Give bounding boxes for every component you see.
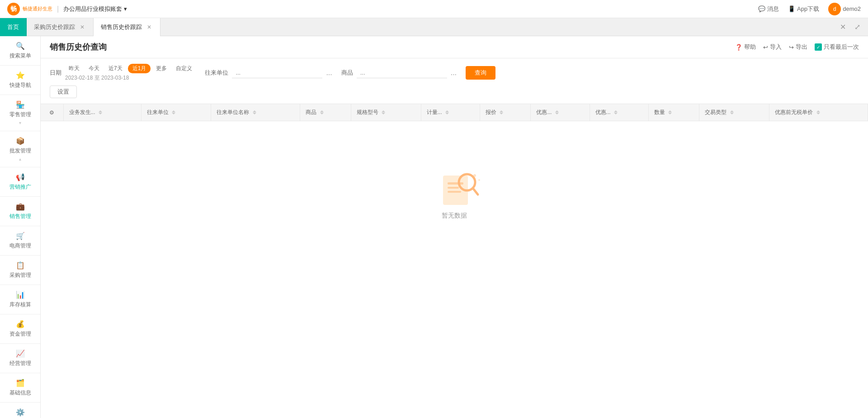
app-download-button[interactable]: 📱 App下载 [788, 5, 819, 13]
workspace-selector[interactable]: 办公用品行业模拟账套 ▾ [63, 5, 127, 13]
svg-rect-1 [448, 182, 463, 185]
sidebar-item-retail[interactable]: 🏪 零售管理 ▾ [0, 95, 40, 131]
table-col-pretax-price[interactable]: 优惠前无税单价 [769, 104, 868, 121]
date-option-1month[interactable]: 近1月 [128, 64, 151, 73]
tab-sales-history[interactable]: 销售历史价跟踪 ✕ [94, 18, 160, 36]
table-col-spec[interactable]: 规格型号 [351, 104, 421, 121]
sidebar-item-finance[interactable]: 💰 资金管理 [0, 314, 40, 344]
sidebar-item-basics-label: 基础信息 [9, 389, 31, 397]
tab-purchase-history-close[interactable]: ✕ [79, 24, 86, 31]
sidebar-item-sales[interactable]: 💼 销售管理 [0, 197, 40, 226]
sidebar-item-search-label: 搜索菜单 [9, 52, 31, 60]
sidebar-item-inventory[interactable]: 📊 库存核算 [0, 285, 40, 314]
tab-close-all-button[interactable]: ✕ [837, 22, 848, 33]
settings-button[interactable]: 设置 [50, 86, 77, 98]
top-bar: 畅 畅捷通好生意 | 办公用品行业模拟账套 ▾ 💬 消息 📱 App下载 d d… [0, 0, 868, 18]
table-col-quantity[interactable]: 数量 [648, 104, 699, 121]
partner-filter-label: 往来单位 [205, 69, 228, 77]
table-col-settings[interactable]: ⚙ [41, 104, 63, 121]
table-col-discount1[interactable]: 优惠... [531, 104, 590, 121]
date-range-display: 2023-02-18 至 2023-03-18 [65, 74, 196, 82]
col-partner-code-label: 往来单位 [147, 109, 169, 115]
table-col-trade-type[interactable]: 交易类型 [699, 104, 769, 121]
sidebar-item-business[interactable]: 📈 经营管理 [0, 344, 40, 373]
tab-home-label: 首页 [7, 23, 19, 31]
svg-point-6 [473, 174, 476, 177]
table-header-row: ⚙ 业务发生... 往来单位 往来单位名称 [41, 104, 868, 121]
col-spec-label: 规格型号 [357, 109, 378, 115]
query-button[interactable]: 查询 [466, 66, 495, 80]
logo-text: 畅捷通好生意 [23, 5, 52, 12]
table-col-discount2[interactable]: 优惠... [590, 104, 648, 121]
wholesale-arrow-icon: ▴ [19, 157, 21, 162]
import-label: 导入 [770, 43, 782, 51]
system-icon: ⚙️ [16, 408, 25, 417]
table-col-unit[interactable]: 计量... [421, 104, 480, 121]
only-last-checkbox-area[interactable]: ✓ 只看最后一次 [815, 43, 859, 51]
tab-purchase-history[interactable]: 采购历史价跟踪 ✕ [27, 18, 94, 36]
workspace-dropdown-icon[interactable]: ▾ [124, 5, 127, 12]
tab-bar: 首页 采购历史价跟踪 ✕ 销售历史价跟踪 ✕ ✕ ⤢ [0, 18, 868, 36]
sort-unit-icon [445, 110, 449, 114]
partner-filter-field: 往来单位 ... [205, 67, 332, 78]
empty-state: 暂无数据 [41, 121, 868, 265]
table-col-partner-name[interactable]: 往来单位名称 [211, 104, 300, 121]
sidebar-item-wholesale[interactable]: 📦 批发管理 ▴ [0, 131, 40, 167]
date-option-custom[interactable]: 自定义 [172, 64, 196, 73]
help-button[interactable]: ❓ 帮助 [735, 43, 756, 51]
import-button[interactable]: ↩ 导入 [763, 43, 782, 51]
sidebar-item-marketing-label: 营销推广 [9, 183, 31, 191]
sort-quantity-icon [668, 110, 672, 114]
sort-partner-name-icon [253, 110, 256, 114]
search-icon: 🔍 [16, 42, 25, 50]
col-quoted-price-label: 报价 [486, 109, 496, 115]
product-filter-label: 商品 [341, 69, 353, 77]
tab-home[interactable]: 首页 [0, 18, 27, 36]
date-option-yesterday[interactable]: 昨天 [65, 64, 83, 73]
sidebar-item-retail-label: 零售管理 [9, 111, 31, 119]
sidebar-item-quick-nav[interactable]: ⭐ 快捷导航 [0, 66, 40, 95]
sidebar-item-purchase[interactable]: 📋 采购管理 [0, 256, 40, 285]
partner-filter-input[interactable] [232, 67, 322, 78]
table-col-quoted-price[interactable]: 报价 [480, 104, 531, 121]
sidebar-item-basics[interactable]: 🗂️ 基础信息 [0, 373, 40, 403]
tab-expand-button[interactable]: ⤢ [852, 22, 863, 33]
retail-arrow-icon: ▾ [19, 120, 21, 125]
business-icon: 📈 [16, 349, 25, 358]
table-settings-gear-icon[interactable]: ⚙ [49, 109, 54, 116]
empty-illustration [432, 166, 477, 212]
col-unit-label: 计量... [427, 109, 442, 115]
export-button[interactable]: ↪ 导出 [789, 43, 807, 51]
sidebar-item-ecommerce[interactable]: 🛒 电商管理 [0, 226, 40, 256]
only-last-checkbox[interactable]: ✓ [815, 43, 822, 51]
date-option-more[interactable]: 更多 [152, 64, 170, 73]
download-icon: 📱 [788, 5, 795, 12]
inventory-icon: 📊 [16, 290, 25, 299]
message-button[interactable]: 💬 消息 [758, 5, 779, 13]
partner-filter-dots[interactable]: ... [326, 69, 332, 77]
help-icon: ❓ [735, 44, 742, 51]
sidebar-item-system[interactable]: ⚙️ 系统管理 [0, 403, 40, 418]
workspace-name: 办公用品行业模拟账套 [63, 5, 122, 13]
table-col-partner-code[interactable]: 往来单位 [141, 104, 211, 121]
sidebar: 🔍 搜索菜单 ⭐ 快捷导航 🏪 零售管理 ▾ 📦 批发管理 ▴ 📢 营销推广 💼… [0, 36, 41, 418]
product-filter-dots[interactable]: ... [451, 69, 457, 77]
sidebar-item-marketing[interactable]: 📢 营销推广 [0, 167, 40, 197]
product-filter-input[interactable] [357, 67, 447, 78]
empty-svg-illustration [432, 166, 481, 216]
col-biz-date-label: 业务发生... [69, 109, 95, 115]
table-col-biz-date[interactable]: 业务发生... [63, 104, 141, 121]
sort-quoted-price-icon [500, 110, 503, 114]
help-label: 帮助 [744, 43, 756, 51]
col-product-label: 商品 [306, 109, 316, 115]
user-info[interactable]: d demo2 [828, 3, 861, 15]
ecommerce-icon: 🛒 [16, 232, 25, 240]
top-bar-left: 畅 畅捷通好生意 | 办公用品行业模拟账套 ▾ [7, 3, 127, 15]
only-last-label: 只看最后一次 [824, 43, 859, 51]
table-col-product[interactable]: 商品 [300, 104, 351, 121]
date-option-7days[interactable]: 近7天 [105, 64, 126, 73]
tab-sales-history-close[interactable]: ✕ [146, 24, 153, 31]
date-option-today[interactable]: 今天 [85, 64, 103, 73]
col-discount2-label: 优惠... [595, 109, 611, 115]
sidebar-item-search[interactable]: 🔍 搜索菜单 [0, 36, 40, 66]
